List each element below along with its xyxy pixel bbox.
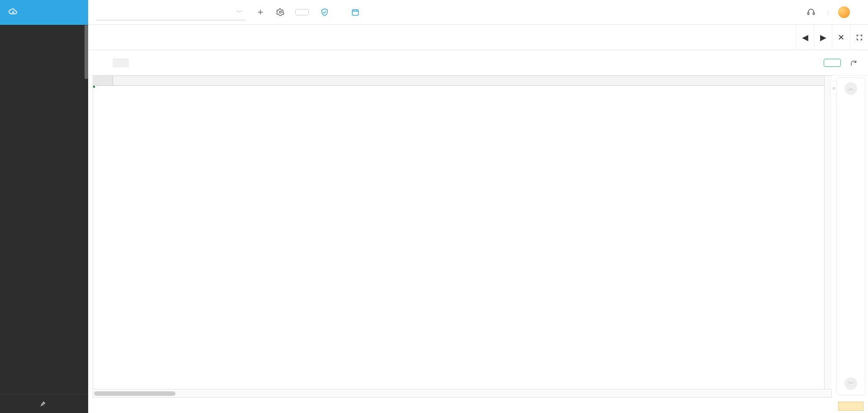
content-area: « ︿ ﹀ (88, 50, 868, 413)
svg-point-0 (279, 11, 282, 14)
top-header: ﹀ | (0, 0, 868, 25)
logo-block (0, 0, 88, 25)
year-scroll-up[interactable]: ︿ (844, 82, 857, 95)
tab-controls: ◀ ▶ ✕ (796, 25, 868, 50)
example-swatch (838, 402, 863, 411)
avatar[interactable] (838, 6, 850, 18)
calendar-icon[interactable] (351, 8, 359, 16)
plus-icon[interactable] (255, 7, 265, 17)
scrollbar-thumb[interactable] (94, 391, 175, 396)
column-header-row (93, 76, 831, 86)
verified-badge (321, 8, 331, 16)
select-all-corner[interactable] (93, 76, 113, 85)
sidebar-scrollbar[interactable] (85, 25, 88, 79)
tab-scroll-right[interactable]: ▶ (814, 25, 832, 50)
pin-icon (39, 400, 46, 408)
tab-scroll-left[interactable]: ◀ (796, 25, 814, 50)
chevron-down-icon: ﹀ (237, 8, 243, 16)
gear-icon[interactable] (275, 7, 285, 17)
header-right: | (807, 6, 868, 18)
tabs-row: ◀ ▶ ✕ (88, 25, 868, 50)
cloud-logo-icon (8, 7, 18, 17)
consult-button[interactable] (807, 8, 819, 16)
svg-rect-1 (352, 10, 359, 15)
old-version-button[interactable] (295, 9, 309, 15)
refresh-icon (850, 59, 857, 66)
unpin-button[interactable] (0, 394, 88, 413)
cell-selection (93, 86, 95, 88)
header-icon-group (255, 7, 309, 17)
spreadsheet[interactable] (93, 75, 832, 390)
footer-bar (93, 399, 863, 413)
year-selector: ︿ ﹀ (836, 77, 865, 395)
svg-rect-2 (807, 13, 809, 15)
subtab-other[interactable] (113, 58, 129, 67)
refresh-button[interactable] (850, 59, 860, 66)
subtab-row (88, 50, 868, 75)
reset-report-button[interactable] (824, 59, 841, 67)
company-dropdown[interactable]: ﹀ (96, 4, 245, 20)
tab-close-all[interactable]: ✕ (832, 25, 850, 50)
svg-rect-3 (813, 13, 814, 15)
sidebar (0, 25, 88, 413)
headset-icon (807, 8, 815, 16)
subtab-basic[interactable] (96, 58, 113, 67)
horizontal-scrollbar[interactable] (93, 390, 832, 398)
fullscreen-icon[interactable] (850, 25, 868, 50)
shield-check-icon (321, 8, 329, 16)
year-scroll-down[interactable]: ﹀ (844, 377, 857, 390)
vertical-scroll-gutter[interactable] (824, 75, 832, 390)
